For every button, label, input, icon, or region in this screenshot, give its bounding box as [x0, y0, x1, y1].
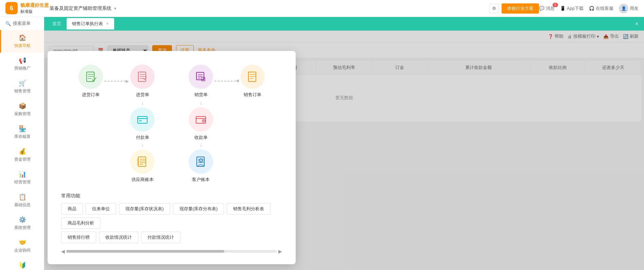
scroll-right-btn[interactable]: ▶ [278, 249, 282, 254]
enterprise-icon: 🤝 [19, 239, 26, 246]
sidebar-item-marketing[interactable]: 📢 营销推广 [0, 53, 44, 75]
flow-node-purchase-order[interactable]: 进货订单 [79, 65, 103, 98]
marketing-icon: 📢 [19, 57, 26, 64]
online-service-button[interactable]: 🎧 在线客服 [589, 5, 613, 12]
scrollbar-thumb[interactable] [66, 250, 224, 253]
search-menu-button[interactable]: 🔍 搜索菜单 [0, 17, 44, 30]
sidebar-item-basic-info[interactable]: 📋 基础信息 [0, 189, 44, 212]
user-menu[interactable]: 👤 用友 [619, 4, 639, 13]
func-buttons-row1: 商品 往来单位 现存量(库存状况表) 现存量(库存分布表) 销售毛利分析表 商品… [61, 203, 282, 229]
sidebar-item-enterprise[interactable]: 🤝 企业协同 [0, 235, 44, 257]
download-icon: 📱 [560, 6, 565, 11]
customer-ledger-icon [189, 149, 213, 174]
purchase-icon [130, 65, 155, 89]
sales-icon [189, 65, 213, 89]
finance-icon: 💰 [19, 148, 26, 155]
flow-node-sales-order[interactable]: 销售订单 [240, 65, 265, 98]
modal-box: 进货订单 ▶ [48, 51, 296, 264]
flow-diagram: 进货订单 ▶ [61, 61, 282, 190]
common-functions: 常用功能 商品 往来单位 现存量(库存状况表) 现存量(库存分布表) 销售毛利分… [61, 193, 282, 243]
func-btn-stock-status[interactable]: 现存量(库存状况表) [119, 203, 170, 215]
logo-area: 6 畅康通好生意 标准版 [5, 2, 50, 14]
message-badge: 5 [553, 3, 558, 7]
common-funcs-title: 常用功能 [61, 193, 282, 199]
func-btn-stock-dist[interactable]: 现存量(库存分布表) [173, 203, 224, 215]
logo-icon: 6 [5, 2, 18, 14]
arrow-receipt-down: ↓ [189, 142, 213, 148]
sidebar-item-finance[interactable]: 💰 资金管理 [0, 144, 44, 166]
purchase-order-icon [79, 65, 103, 89]
basic-info-icon: 📋 [19, 193, 26, 201]
svg-rect-19 [138, 116, 147, 123]
purchase-icon: 📦 [19, 102, 26, 110]
sidebar-item-system[interactable]: ⚙️ 系统管理 [0, 212, 44, 235]
arrow-purchase-down: ↓ [130, 100, 155, 106]
tab-home[interactable]: 首页 [47, 18, 67, 30]
sidebar-item-operations[interactable]: 📊 经营管理 [0, 166, 44, 189]
arrow-purchase-order-to-purchase: ▶ [103, 79, 130, 84]
sidebar-item-purchase[interactable]: 📦 采购管理 [0, 98, 44, 121]
arrow-sales-order-to-sales: ▶ [213, 79, 240, 84]
main-layout: 🔍 搜索菜单 🏠 快捷导航 📢 营销推广 🛒 销售管理 📦 采购管理 🏪 [0, 17, 644, 270]
func-btn-partner[interactable]: 往来单位 [86, 203, 116, 215]
operations-icon: 📊 [19, 170, 26, 178]
inventory-icon: 🏪 [19, 125, 26, 132]
flow-node-payment[interactable]: 付款单 [130, 107, 155, 141]
modal-overlay[interactable]: 进货订单 ▶ [44, 31, 644, 270]
logo-text: 畅康通好生意 标准版 [20, 2, 49, 14]
sales-icon: 🛒 [19, 79, 26, 87]
svg-rect-32 [137, 158, 139, 165]
func-btn-sales-rank[interactable]: 销售排行榜 [61, 232, 96, 243]
svg-rect-4 [138, 72, 146, 82]
func-btn-sales-profit[interactable]: 销售毛利分析表 [227, 203, 271, 215]
service-icon: 🎧 [589, 6, 594, 11]
func-btn-payment-stats[interactable]: 付款情况统计 [141, 232, 180, 243]
flow-node-sales[interactable]: 销货单 [189, 65, 213, 98]
system-icon: ⚙️ [19, 216, 26, 223]
sales-order-icon [240, 65, 265, 89]
sidebar-item-sales[interactable]: 🛒 销售管理 [0, 75, 44, 98]
arrow-payment-down: ↓ [130, 142, 155, 148]
func-buttons-row2: 销售排行榜 收款情况统计 付款情况统计 [61, 232, 282, 243]
payment-icon [130, 107, 155, 132]
svg-rect-27 [138, 157, 146, 166]
func-btn-product-profit[interactable]: 商品毛利分析 [61, 217, 101, 229]
svg-rect-8 [196, 72, 204, 80]
tab-close-icon[interactable]: × [106, 21, 109, 26]
arrow-sales-down: ↓ [189, 100, 213, 106]
system-title: 装备及固定资产辅助管理系统 ▾ [50, 5, 489, 12]
svg-rect-15 [248, 72, 256, 82]
flow-node-supplier-ledger[interactable]: 供应商账本 [130, 149, 155, 183]
svg-rect-21 [139, 120, 142, 122]
tab-bar: 首页 销售订单执行表 × × [44, 17, 644, 31]
avatar: 👤 [619, 4, 628, 13]
flow-node-receipt[interactable]: 收款单 [189, 107, 213, 141]
home-icon: 🏠 [19, 34, 26, 41]
trial-button[interactable]: 体验行业方案 [502, 3, 539, 14]
scroll-left-btn[interactable]: ◀ [61, 249, 65, 254]
func-btn-product[interactable]: 商品 [61, 203, 83, 215]
search-icon: 🔍 [5, 21, 11, 26]
flow-node-customer-ledger[interactable]: 客户账本 [189, 149, 213, 183]
receipt-icon [189, 107, 213, 132]
message-icon: 💬 [539, 6, 544, 11]
page-content: ❓ 帮助 🖨 按模板打印 ▾ 📤 导出 🔄 刷新 [44, 31, 644, 270]
sidebar-item-guide[interactable]: 🔰 新手引导 [0, 257, 44, 270]
top-bar: 6 畅康通好生意 标准版 装备及固定资产辅助管理系统 ▾ ⚙ 体验行业方案 💬 … [0, 0, 644, 17]
sidebar-item-inventory[interactable]: 🏪 库存核算 [0, 121, 44, 144]
app-download-button[interactable]: 📱 App下载 [560, 5, 584, 12]
supplier-ledger-icon [130, 149, 155, 174]
func-btn-receipt-stats[interactable]: 收款情况统计 [99, 232, 138, 243]
sidebar: 🔍 搜索菜单 🏠 快捷导航 📢 营销推广 🛒 销售管理 📦 采购管理 🏪 [0, 17, 44, 270]
modal-scrollbar-area: ◀ ▶ [61, 249, 282, 254]
flow-node-purchase[interactable]: 进货单 [130, 65, 155, 98]
sidebar-item-quick-nav[interactable]: 🏠 快捷导航 [0, 30, 44, 53]
close-all-tabs-button[interactable]: × [632, 20, 641, 28]
guide-icon: 🔰 [19, 262, 26, 269]
tab-sales-order[interactable]: 销售订单执行表 × [67, 18, 114, 30]
dropdown-arrow-icon[interactable]: ▾ [114, 6, 116, 11]
gear-button[interactable]: ⚙ [489, 4, 499, 13]
content-area: 首页 销售订单执行表 × × ❓ 帮助 [44, 17, 644, 270]
top-actions: 💬 消息 5 📱 App下载 🎧 在线客服 👤 用友 [539, 4, 639, 13]
message-button[interactable]: 💬 消息 5 [539, 5, 555, 12]
